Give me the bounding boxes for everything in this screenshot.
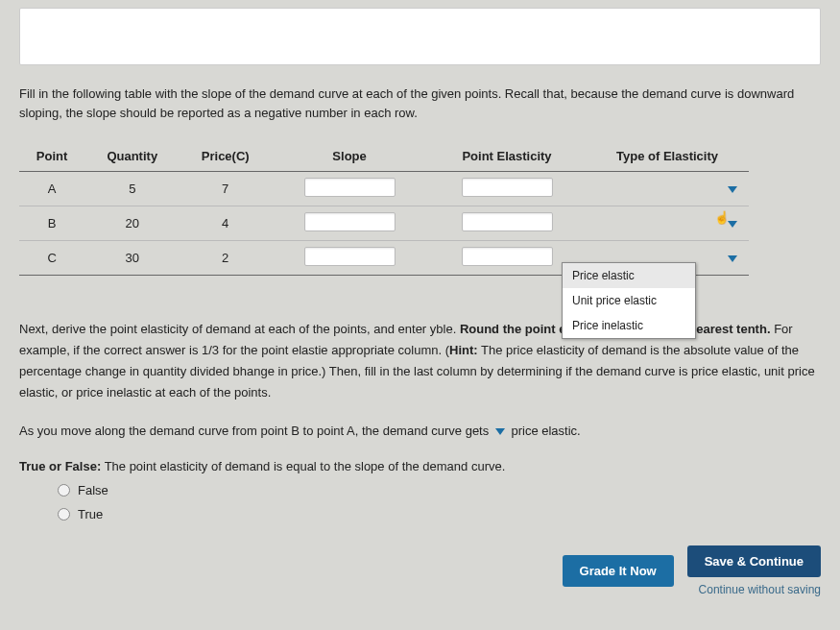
col-point: Point xyxy=(19,141,84,172)
type-dropdown-a[interactable] xyxy=(728,186,737,193)
elasticity-input-b[interactable] xyxy=(462,212,553,231)
cell-price: 2 xyxy=(180,241,271,276)
continue-without-saving-link[interactable]: Continue without saving xyxy=(699,583,821,596)
type-dropdown-b[interactable] xyxy=(728,221,737,228)
col-quantity: Quantity xyxy=(84,141,180,172)
slope-input-c[interactable] xyxy=(304,247,396,266)
col-slope: Slope xyxy=(271,141,428,172)
cell-point: C xyxy=(19,241,84,276)
slope-input-a[interactable] xyxy=(304,178,396,197)
radio-true[interactable]: True xyxy=(58,507,821,521)
grade-button[interactable]: Grade It Now xyxy=(563,555,674,587)
col-elasticity: Point Elasticity xyxy=(428,141,586,172)
col-type: Type of Elasticity xyxy=(586,141,749,172)
data-table: Point Quantity Price(C) Slope Point Elas… xyxy=(19,141,821,276)
cell-price: 7 xyxy=(180,172,271,206)
dropdown-option-inelastic[interactable]: Price inelastic xyxy=(563,313,695,338)
radio-icon xyxy=(58,484,70,497)
type-dropdown-menu: Price elastic Unit price elastic Price i… xyxy=(562,262,696,339)
elasticity-input-a[interactable] xyxy=(462,178,553,197)
table-row: B 20 4 ☝ xyxy=(19,206,749,241)
table-row: C 30 2 Price elastic Unit price elastic … xyxy=(19,241,749,276)
explanation-paragraph: Next, derive the point elasticity of dem… xyxy=(19,319,821,403)
cell-price: 4 xyxy=(180,206,271,241)
radio-icon xyxy=(58,508,70,521)
save-continue-button[interactable]: Save & Continue xyxy=(687,545,821,577)
col-price: Price(C) xyxy=(180,141,271,172)
elasticity-input-c[interactable] xyxy=(462,247,553,266)
instructions-text: Fill in the following table with the slo… xyxy=(19,85,821,122)
cell-quantity: 20 xyxy=(84,206,180,241)
dropdown-option-unit[interactable]: Unit price elastic xyxy=(563,288,695,313)
true-false-prompt: True or False: The point elasticity of d… xyxy=(19,459,821,473)
answer-box[interactable] xyxy=(19,8,821,65)
cell-quantity: 30 xyxy=(84,241,180,276)
radio-label: True xyxy=(78,507,103,521)
slope-input-b[interactable] xyxy=(304,212,396,231)
move-question: As you move along the demand curve from … xyxy=(19,421,821,442)
cell-quantity: 5 xyxy=(84,172,180,206)
cell-point: A xyxy=(19,172,84,206)
move-dropdown[interactable] xyxy=(495,428,505,435)
table-row: A 5 7 xyxy=(19,172,749,206)
cell-point: B xyxy=(19,206,84,241)
radio-label: False xyxy=(78,483,108,497)
type-dropdown-c[interactable] xyxy=(728,255,737,262)
radio-false[interactable]: False xyxy=(58,483,821,497)
dropdown-option-elastic[interactable]: Price elastic xyxy=(563,263,695,288)
